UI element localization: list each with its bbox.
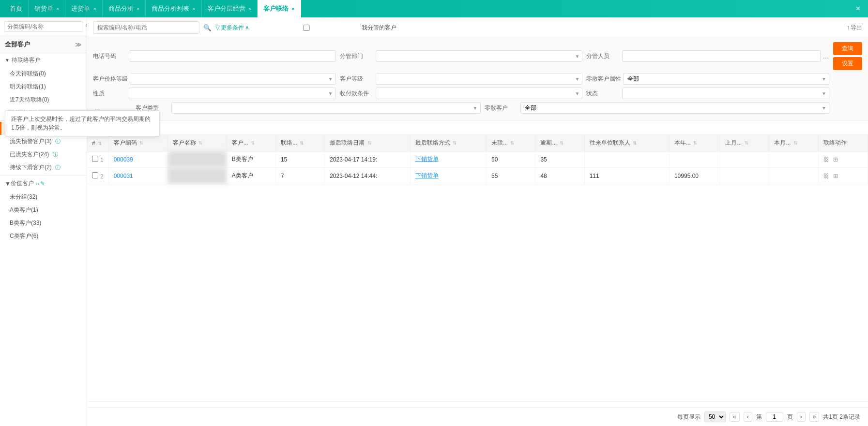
th-num[interactable]: # ⇅	[87, 135, 108, 151]
sidebar-item-declining[interactable]: 持续下滑客户(2) ⓘ	[0, 161, 87, 174]
tab-purchase-order[interactable]: 进货单 ×	[65, 0, 102, 17]
next-page-button[interactable]: ›	[797, 412, 806, 422]
settings-button[interactable]: 设置	[833, 57, 862, 70]
level-select[interactable]	[376, 73, 583, 85]
tab-customer-layered[interactable]: 客户分层经营 ×	[202, 0, 258, 17]
sidebar-item-a-class[interactable]: A类客户(1)	[0, 204, 87, 217]
th-last-date[interactable]: 最后联络日期 ⇅	[325, 135, 410, 151]
gender-label: 性质	[93, 89, 127, 98]
filter-customer-type: 客户类型 ▼	[136, 102, 481, 114]
cell-contacts: 15	[275, 151, 324, 168]
sidebar-item-tomorrow[interactable]: 明天待联络(1)	[0, 80, 87, 93]
tab-home[interactable]: 首页	[4, 0, 29, 17]
th-name[interactable]: 客户名称 ⇅	[168, 135, 227, 151]
my-customers-check[interactable]	[253, 25, 360, 31]
sidebar-item-today[interactable]: 今天待联络(0)	[0, 67, 87, 80]
filter-phone: 电话号码	[93, 50, 336, 62]
more-icon[interactable]: …	[822, 52, 829, 60]
horizontal-scrollbar[interactable]	[87, 401, 868, 407]
gender-select[interactable]	[129, 88, 336, 99]
category-search-input[interactable]	[4, 21, 83, 32]
query-button[interactable]: 查询	[833, 42, 862, 55]
first-page-button[interactable]: «	[730, 412, 740, 422]
sidebar-item-b-class[interactable]: B类客户(33)	[0, 217, 87, 230]
tab-sales-order[interactable]: 销货单 ×	[29, 0, 65, 17]
th-last-method[interactable]: 最后联络方式 ⇅	[410, 135, 487, 151]
retail-attr-label: 零散客户属性	[586, 75, 621, 83]
last-page-button[interactable]: »	[809, 412, 820, 422]
retail2-select[interactable]: 全部	[520, 102, 830, 114]
cell-name[interactable]: ▓▓▓▓	[168, 168, 227, 184]
prev-page-button[interactable]: ‹	[744, 412, 752, 422]
sidebar-item-churned[interactable]: 已流失客户(24) ⓘ	[0, 148, 87, 161]
th-this-month[interactable]: 本月... ⇅	[769, 135, 818, 151]
close-icon[interactable]: ×	[248, 6, 251, 12]
value-customer-group[interactable]: ▼ 价值客户 ○ ✎	[0, 176, 87, 191]
status-select[interactable]	[622, 88, 829, 99]
cell-name[interactable]: ▓▓▓▓	[168, 151, 227, 168]
payment-select[interactable]	[376, 88, 583, 99]
dept-select[interactable]	[376, 50, 583, 62]
my-customers-checkbox[interactable]: 我分管的客户	[253, 24, 396, 32]
sort-icon: ⇅	[745, 140, 748, 146]
cell-last-month	[720, 168, 769, 184]
th-this-year[interactable]: 本年... ⇅	[669, 135, 720, 151]
close-icon[interactable]: ×	[93, 6, 96, 12]
collapse-icon[interactable]: ≫	[75, 41, 82, 48]
edit-icon[interactable]: ✎	[40, 180, 45, 187]
all-customers-header[interactable]: 全部客户 ≫	[0, 36, 87, 53]
person-input[interactable]	[622, 50, 821, 62]
tab-product-analysis[interactable]: 商品分析 ×	[103, 0, 146, 17]
grid-icon[interactable]: ⊞	[833, 173, 838, 179]
table-row: 2000031▓▓▓▓A类客户72023-04-12 14:44:下销货单554…	[87, 168, 868, 184]
th-overdue[interactable]: 逾期... ⇅	[535, 135, 584, 151]
cell-type: B类客户	[227, 151, 275, 168]
sort-icon: ⇅	[793, 140, 797, 146]
search-input[interactable]	[93, 21, 199, 34]
link-icon[interactable]: ⛓	[823, 173, 829, 179]
total-label: 共1页 2条记录	[823, 413, 860, 421]
close-icon[interactable]: ×	[56, 6, 59, 12]
close-icon[interactable]: ×	[137, 6, 139, 12]
grid-icon[interactable]: ⊞	[833, 156, 838, 163]
th-last-month[interactable]: 上月... ⇅	[720, 135, 769, 151]
cell-last-method[interactable]: 下销货单	[410, 168, 487, 184]
th-code[interactable]: 客户编码 ⇅	[108, 135, 168, 151]
th-contacts[interactable]: 联络... ⇅	[275, 135, 324, 151]
sort-icon: ⇅	[453, 140, 457, 146]
th-uncontacted[interactable]: 未联... ⇅	[487, 135, 535, 151]
tab-customer-contact[interactable]: 客户联络 ×	[258, 0, 301, 17]
per-page-select[interactable]: 50	[704, 411, 726, 422]
close-icon[interactable]: ×	[192, 6, 195, 12]
search-button[interactable]: 🔍	[203, 24, 212, 31]
export-button[interactable]: ↑ 导出	[847, 24, 862, 32]
cell-code[interactable]: 000031	[108, 168, 168, 184]
row-checkbox[interactable]	[92, 156, 98, 162]
sort-icon: ⇅	[139, 140, 143, 146]
sidebar-item-c-class[interactable]: C类客户(6)	[0, 230, 87, 243]
all-customers-label: 全部客户	[5, 40, 30, 49]
row-checkbox[interactable]	[92, 172, 98, 178]
sidebar-item-ungrouped[interactable]: 未分组(32)	[0, 191, 87, 204]
tab-product-analysis-list[interactable]: 商品分析列表 ×	[146, 0, 201, 17]
type-select[interactable]	[171, 102, 481, 114]
page-input[interactable]	[766, 412, 783, 422]
cell-last-method[interactable]: 下销货单	[410, 151, 487, 168]
sort-icon: ⇅	[300, 140, 304, 146]
close-icon[interactable]: ×	[291, 6, 294, 12]
price-select[interactable]	[130, 73, 336, 85]
sidebar: 🔍 全部客户 ≫ ▼ 待联络客户 今天待联络(0) 明天待联络(1) 近7天待联…	[0, 17, 87, 426]
pending-contact-group[interactable]: ▼ 待联络客户	[0, 53, 87, 67]
cell-code[interactable]: 000039	[108, 151, 168, 168]
th-type[interactable]: 客户... ⇅	[227, 135, 275, 151]
phone-input[interactable]	[129, 50, 336, 62]
filter-row-2: 客户价格等级 ▼ 客户等级 ▼ 零散客户属性	[93, 73, 862, 85]
sidebar-item-churn-warning[interactable]: 流失预警客户(3) ⓘ	[0, 135, 87, 148]
retail-attr-select[interactable]: 全部	[623, 73, 829, 85]
window-close-button[interactable]: ×	[852, 4, 864, 13]
cell-this-year	[669, 151, 720, 168]
link-icon[interactable]: ⛓	[823, 156, 829, 163]
th-company-contact[interactable]: 往来单位联系人 ⇅	[584, 135, 669, 151]
sidebar-item-7days[interactable]: 近7天待联络(0)	[0, 93, 87, 106]
more-conditions-button[interactable]: ▽ 更多条件 ∧	[215, 24, 249, 32]
